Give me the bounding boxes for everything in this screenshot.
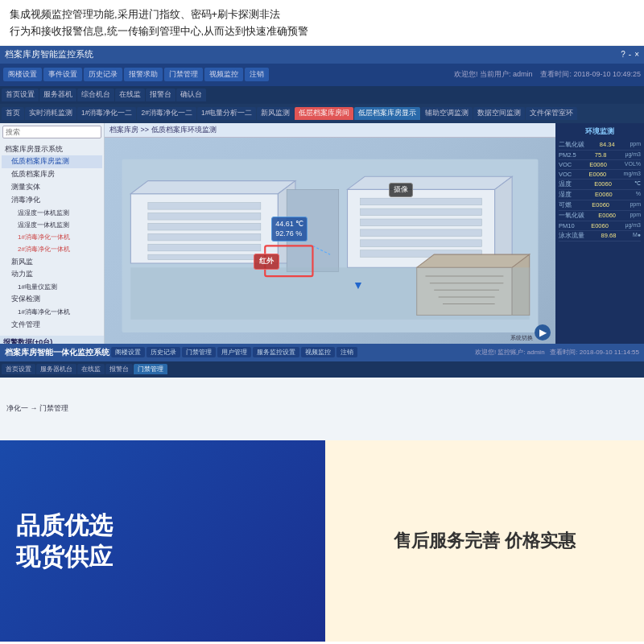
sys2-tab-online[interactable]: 在线监 — [77, 364, 105, 374]
tree-node-root[interactable]: 档案库房显示系统 — [2, 142, 102, 156]
minimize-icon[interactable]: ? — [621, 50, 625, 59]
tree-node-power[interactable]: 动力监 — [2, 268, 102, 281]
nav-btn-history[interactable]: 历史记录 — [84, 68, 122, 81]
env-pm25-unit: μg/m3 — [625, 151, 641, 159]
env-pm25-label: PM2.5 — [559, 151, 576, 159]
env-temp-value: E0060 — [594, 180, 612, 188]
env-humidity-value: E0060 — [595, 191, 613, 199]
sensor-infrared[interactable]: 红外 — [254, 254, 279, 270]
sys2-nav-video[interactable]: 视频监控 — [301, 347, 335, 357]
tree-node-temp1[interactable]: 温湿度一体机监测 — [2, 207, 102, 219]
tab-realtime[interactable]: 实时消耗监测 — [25, 107, 76, 120]
env-co2-unit: ppm — [630, 141, 641, 149]
search-input[interactable] — [2, 126, 101, 138]
sidebar-search-area — [0, 123, 104, 141]
sys2-nav-monitor[interactable]: 服务监控设置 — [253, 347, 299, 357]
system2-content: 净化一 → 门禁管理 — [0, 378, 644, 440]
nav-user-info: 欢迎您! 当前用户: admin — [454, 70, 533, 78]
svg-rect-15 — [361, 219, 482, 226]
tab-server[interactable]: 服务器机 — [39, 89, 76, 101]
sys2-nav-door[interactable]: 门禁管理 — [182, 347, 216, 357]
svg-marker-12 — [495, 176, 513, 267]
nav-time: 查看时间: 2018-09-10 10:49:25 — [540, 70, 641, 78]
breadcrumb-text: 档案库房 >> 低质档案库环境监测 — [109, 126, 217, 134]
tree-node-archive-low[interactable]: 低质档案库房监测 — [2, 155, 102, 168]
window-title-1: 档案库房智能监控系统 — [5, 48, 93, 60]
system2-tab-bar: 首页设置 服务器机台 在线监 报警台 门禁管理 — [0, 361, 644, 378]
nav-btn-video[interactable]: 视频监控 — [204, 68, 243, 81]
close-icon[interactable]: × — [634, 50, 639, 59]
nav-btn-alarm[interactable]: 报警求助 — [124, 68, 163, 81]
sys2-time: 查看时间: 2018-09-10 11:14:55 — [550, 349, 639, 356]
maximize-icon[interactable]: - — [629, 50, 631, 59]
sys2-nav-user[interactable]: 用户管理 — [217, 347, 251, 357]
tree-node-purify2[interactable]: 2#消毒净化一体机 — [2, 243, 102, 255]
promo-section: 品质优选 现货供应 售后服务完善 价格实惠 — [0, 440, 644, 642]
promo-left-line1: 品质优选 — [16, 510, 309, 541]
tab-confirm[interactable]: 确认台 — [176, 89, 206, 101]
svg-rect-4 — [148, 202, 261, 209]
promo-right: 售后服务完善 价格实惠 — [325, 440, 644, 642]
svg-rect-28 — [130, 267, 529, 320]
svg-rect-5 — [148, 213, 261, 220]
tab-bar-2: 首页 实时消耗监测 1#消毒净化一二 2#消毒净化一二 1#电量分析一二 新风监… — [0, 104, 644, 123]
sensor-camera[interactable]: 摄像 — [389, 183, 413, 197]
tree-node-temp2[interactable]: 温湿度一体机监测 — [2, 219, 102, 231]
tab-data-space[interactable]: 数据空间监测 — [473, 107, 525, 120]
tab-home-settings[interactable]: 首页设置 — [2, 89, 39, 101]
env-combustible-label: 可燃 — [559, 201, 572, 209]
tree-node-archive[interactable]: 低质档案库房 — [2, 168, 102, 181]
main-content-area: 档案库房显示系统 低质档案库房监测 低质档案库房 测量实体 消毒净化 温湿度一体… — [0, 123, 644, 344]
nav-arrow-button[interactable]: ▶ — [535, 324, 551, 341]
tab-purify1[interactable]: 1#消毒净化一二 — [77, 107, 136, 120]
tree-node-file-mgmt[interactable]: 文件管理 — [2, 319, 102, 332]
env-co-value: E0060 — [598, 212, 616, 220]
sys2-tab-server[interactable]: 服务器机台 — [36, 364, 76, 374]
sys2-nav-logout[interactable]: 注销 — [336, 347, 357, 357]
tree-node-ventilation[interactable]: 新风监 — [2, 256, 102, 269]
sensor-wifi[interactable]: ▼ — [353, 279, 364, 291]
tab-home[interactable]: 首页 — [2, 107, 24, 120]
tab-combined[interactable]: 综合机台 — [77, 89, 114, 101]
env-temp-unit: ℃ — [634, 180, 641, 188]
env-pm10-label: PM10 — [559, 222, 575, 229]
env-voc1-label: VOC — [559, 161, 572, 168]
nav-btn-logout[interactable]: 注销 — [245, 68, 269, 81]
tab-purify2[interactable]: 2#消毒净化一二 — [137, 107, 196, 120]
sensor-temp-humidity[interactable]: 44.61 ℃92.76 % — [271, 217, 308, 242]
tree-node-purify1[interactable]: 1#消毒净化一体机 — [2, 231, 102, 243]
svg-rect-17 — [361, 239, 482, 246]
svg-marker-21 — [417, 254, 530, 267]
tab-file-room[interactable]: 文件保管室环 — [526, 107, 577, 120]
env-voc1: VOC E0060 VOL% — [559, 160, 641, 170]
sys2-tab-home[interactable]: 首页设置 — [2, 364, 35, 374]
tab-alarm[interactable]: 报警台 — [146, 89, 175, 101]
tab-online[interactable]: 在线监 — [115, 89, 145, 101]
tab-ventilation[interactable]: 新风监测 — [257, 107, 294, 120]
svg-rect-8 — [148, 244, 261, 251]
tree-node-purify3[interactable]: 1#消毒净化一体机 — [2, 306, 102, 318]
env-voc1-value: E0060 — [589, 161, 607, 168]
tab-archive-display[interactable]: 低层档案库房显示 — [354, 107, 420, 120]
tab-ac[interactable]: 辅助空调监测 — [421, 107, 473, 120]
sys2-nav-settings[interactable]: 阁楼设置 — [111, 347, 145, 357]
env-water-label: 泳水流量 — [559, 232, 584, 240]
sys2-tab-door[interactable]: 门禁管理 — [134, 364, 167, 374]
tree-node-disinfect[interactable]: 消毒净化 — [2, 194, 102, 207]
tab-archive-low[interactable]: 低层档案库房间 — [295, 107, 353, 120]
env-co2: 二氧化碳 84.34 ppm — [559, 140, 641, 151]
nav-btn-door[interactable]: 门禁管理 — [164, 68, 203, 81]
nav-btn-settings[interactable]: 阁楼设置 — [3, 68, 42, 81]
tree-node-measure[interactable]: 测量实体 — [2, 181, 102, 194]
tab-power[interactable]: 1#电量分析一二 — [197, 107, 256, 120]
env-water-value: 89.68 — [601, 232, 617, 240]
tree-node-security[interactable]: 安保检测 — [2, 293, 102, 306]
tree-node-electric[interactable]: 1#电量仪监测 — [2, 281, 102, 293]
nav-btn-events[interactable]: 事件设置 — [43, 68, 82, 81]
env-pm25: PM2.5 75.8 μg/m3 — [559, 151, 641, 160]
svg-rect-16 — [361, 229, 482, 237]
sys2-tab-alarm[interactable]: 报警台 — [105, 364, 133, 374]
env-panel-title: 环境监测 — [559, 126, 641, 137]
environment-panel: 环境监测 二氧化碳 84.34 ppm PM2.5 75.8 μg/m3 VOC… — [555, 123, 644, 344]
sys2-nav-history[interactable]: 历史记录 — [147, 347, 180, 357]
